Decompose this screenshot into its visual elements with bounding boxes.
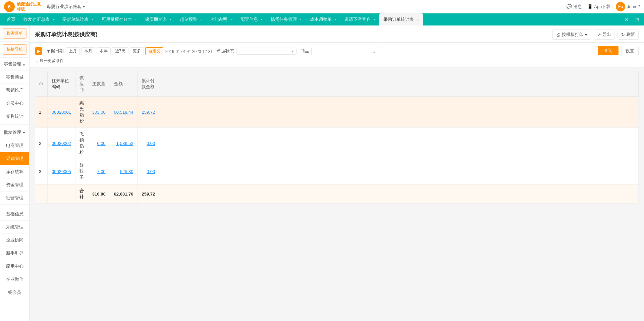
- sidebar-item-finance-mgmt[interactable]: 资金管理: [0, 178, 29, 192]
- sidebar-item-retail-mgmt[interactable]: 零售管理 ▲: [0, 58, 29, 71]
- tab-home[interactable]: 首页: [3, 13, 19, 25]
- sidebar-item-inventory[interactable]: 库存核算: [0, 165, 29, 178]
- tab-cost-adjust[interactable]: 成本调整单 ×: [306, 13, 340, 25]
- tab-goods-stat[interactable]: 要货单统计表 ×: [58, 13, 97, 25]
- sidebar-item-system-mgmt[interactable]: 系统管理: [0, 221, 29, 234]
- row-amount: 525.80: [110, 159, 138, 184]
- page-header-actions: 🖨 按模板打印 ▾ ↗ 导出 ↻ 刷新: [552, 30, 639, 40]
- content-area: 采购订单统计表(按供应商) 🖨 按模板打印 ▾ ↗ 导出 ↻ 刷新: [30, 25, 644, 321]
- quick-nav-button[interactable]: 快捷导航: [3, 44, 26, 55]
- filter-status-select[interactable]: ▾: [236, 48, 297, 55]
- row-num: 3: [35, 159, 48, 184]
- date-quick-7days[interactable]: 近7天: [112, 47, 128, 55]
- sidebar-item-new-guide[interactable]: 新手引导: [0, 247, 29, 260]
- sidebar-item-ecommerce-mgmt[interactable]: 电商管理: [0, 139, 29, 152]
- avatar: Ea: [616, 2, 625, 11]
- search-menu-button[interactable]: 搜索菜单: [3, 28, 26, 39]
- nav-tabs: 首页 收发存汇总表 × 要货单统计表 × 可用量库存账本 × 保质期查询 × 超…: [0, 13, 644, 25]
- close-icon[interactable]: ×: [52, 17, 54, 21]
- sidebar-item-enterprise-collab[interactable]: 企业协同: [0, 234, 29, 247]
- filter-goods-input[interactable]: …: [311, 47, 378, 55]
- table-header: ⚙ 往来单位编码 供应商 主数量 金额: [35, 71, 639, 97]
- close-icon[interactable]: ×: [261, 17, 263, 21]
- close-icon[interactable]: ×: [200, 17, 202, 21]
- tab-available-stock[interactable]: 可用量库存账本 ×: [98, 13, 141, 25]
- expand-more-button[interactable]: ⌄ 展开更多条件: [35, 56, 639, 64]
- tab-receive-summary[interactable]: 收发存汇总表 ×: [19, 13, 58, 25]
- sidebar-item-member[interactable]: 畅会员: [0, 286, 29, 299]
- close-icon[interactable]: ×: [230, 17, 232, 21]
- sidebar-item-marketing[interactable]: 营销推广: [0, 84, 29, 97]
- app-download-button[interactable]: 📱 App下载: [587, 4, 610, 10]
- refresh-button[interactable]: ↻ 刷新: [618, 30, 639, 40]
- chevron-down-icon: ▾: [585, 32, 587, 37]
- user-area[interactable]: Ea demo2: [616, 2, 640, 11]
- tab-overstock-warning[interactable]: 超储预警 ×: [176, 13, 206, 25]
- filter-date-item: 单据日期 上月 本月 本年 近7天 更多 自定义 2016-01-01 至 20…: [46, 47, 213, 55]
- export-button[interactable]: ↗ 导出: [594, 30, 615, 40]
- tab-purchase-stat[interactable]: 采购订单统计表 ×: [379, 13, 423, 25]
- sidebar-item-app-center[interactable]: 应用中心: [0, 260, 29, 273]
- main-layout: 搜索菜单 快捷导航 零售管理 ▲ 零售商城 营销推广 会员中心 零售统计 批发管…: [0, 25, 644, 321]
- workspace-selector[interactable]: 母婴行业演示账套 ▾: [44, 2, 88, 11]
- sidebar-item-retail-stat[interactable]: 零售统计: [0, 110, 29, 123]
- row-supplier: 飞鹤奶粉: [75, 128, 88, 159]
- date-quick-this-year[interactable]: 本年: [97, 47, 111, 55]
- sidebar-item-enterprise-wechat[interactable]: 企业微信: [0, 273, 29, 286]
- date-quick-more[interactable]: 更多: [130, 47, 144, 55]
- chevron-down-icon: ▾: [292, 49, 293, 53]
- gear-icon[interactable]: ⚙: [39, 81, 43, 87]
- close-icon[interactable]: ×: [373, 17, 375, 21]
- table-header-row: ⚙ 往来单位编码 供应商 主数量 金额: [35, 71, 639, 97]
- date-custom-button[interactable]: 自定义: [145, 47, 163, 55]
- date-quick-last-month[interactable]: 上月: [66, 47, 80, 55]
- nav-tabs-right: ✕ ⊡: [623, 15, 644, 23]
- settings-button[interactable]: 设置: [621, 46, 639, 56]
- chevron-down-icon: ▼: [22, 131, 26, 135]
- sidebar: 搜索菜单 快捷导航 零售管理 ▲ 零售商城 营销推广 会员中心 零售统计 批发管…: [0, 25, 30, 321]
- more-icon[interactable]: …: [371, 49, 375, 54]
- filter-toggle-button[interactable]: ▶: [35, 47, 42, 55]
- footer-label: [48, 184, 75, 204]
- nav-maximize-button[interactable]: ⊡: [633, 15, 641, 23]
- filter-date-label: 单据日期: [46, 48, 64, 54]
- tab-pick-task[interactable]: 拣货任务管理 ×: [267, 13, 306, 25]
- table-row[interactable]: 3 00020005 好孩子 7.00 525.80 0.00: [35, 159, 639, 184]
- close-icon[interactable]: ×: [300, 17, 302, 21]
- tab-config-info[interactable]: 配置信息 ×: [236, 13, 267, 25]
- tab-expiry-query[interactable]: 保质期查询 ×: [141, 13, 175, 25]
- sidebar-search-area: 搜索菜单: [0, 25, 29, 42]
- table-row[interactable]: 1 00020001 惠氏奶粉 303.00 60,519.44 259.72: [35, 97, 639, 128]
- row-code: 00020002: [48, 128, 75, 159]
- nav-close-button[interactable]: ✕: [623, 15, 631, 23]
- sidebar-item-wholesale-mgmt[interactable]: 批发管理 ▼: [0, 126, 29, 139]
- page-title: 采购订单统计表(按供应商): [35, 31, 98, 38]
- filter-row-main: ▶ 单据日期 上月 本月 本年 近7天 更多 自定义 2016-01-01 至 …: [35, 46, 639, 56]
- row-supplier: 惠氏奶粉: [75, 97, 88, 128]
- sidebar-item-purchase-mgmt[interactable]: 采购管理: [0, 152, 29, 165]
- sidebar-item-ops-mgmt[interactable]: 经营管理: [0, 192, 29, 205]
- sidebar-item-member-center[interactable]: 会员中心: [0, 97, 29, 110]
- tab-invite-downstream[interactable]: 邀请下游客户 ×: [340, 13, 379, 25]
- table-footer: 合计 316.00 62,631.76 259.72: [35, 184, 639, 204]
- message-button[interactable]: 💬 消息: [567, 4, 582, 10]
- row-empty: [159, 159, 639, 184]
- close-icon[interactable]: ×: [417, 17, 419, 21]
- date-quick-this-month[interactable]: 本月: [81, 47, 95, 55]
- table-row[interactable]: 2 00020002 飞鹤奶粉 6.00 1,586.52 0.00: [35, 128, 639, 159]
- row-paid: 0.00: [138, 159, 159, 184]
- query-button[interactable]: 查询: [598, 46, 619, 55]
- close-icon[interactable]: ×: [135, 17, 137, 21]
- chevron-down-icon: ▾: [83, 4, 85, 9]
- tab-function-desc[interactable]: 功能说明 ×: [206, 13, 236, 25]
- sidebar-item-basic-info[interactable]: 基础信息: [0, 208, 29, 221]
- sidebar-item-retail-store[interactable]: 零售商城: [0, 71, 29, 84]
- row-empty: [159, 128, 639, 159]
- print-icon: 🖨: [556, 32, 560, 37]
- close-icon[interactable]: ×: [91, 17, 93, 21]
- close-icon[interactable]: ×: [169, 17, 171, 21]
- print-template-button[interactable]: 🖨 按模板打印 ▾: [552, 30, 591, 40]
- close-icon[interactable]: ×: [334, 17, 336, 21]
- row-qty: 6.00: [88, 128, 110, 159]
- column-empty: [159, 71, 639, 97]
